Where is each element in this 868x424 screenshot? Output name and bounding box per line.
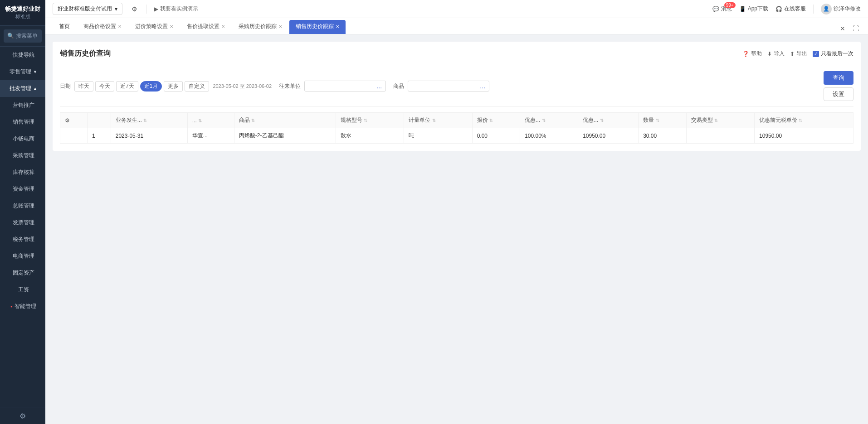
export-link[interactable]: ⬆ 导出 bbox=[790, 50, 807, 58]
sidebar-item-lingshou[interactable]: 零售管理▼ bbox=[0, 63, 45, 80]
sidebar-item-label: 营销推广 bbox=[13, 101, 34, 109]
tab-label: 销售历史价跟踪 bbox=[296, 23, 334, 30]
user-name: 徐泽华修改 bbox=[834, 5, 861, 13]
app-label: App下载 bbox=[748, 5, 768, 13]
sidebar-item-zijin[interactable]: 资金管理 bbox=[0, 181, 45, 198]
col-header-discount2[interactable]: 优惠... ⇅ bbox=[578, 113, 639, 128]
tab-close-icon[interactable]: ✕ bbox=[278, 24, 282, 29]
col-header-product[interactable]: 商品 ⇅ bbox=[234, 113, 336, 128]
sidebar-item-zhineng[interactable]: 智能管理 bbox=[0, 298, 45, 315]
sidebar-item-kucun[interactable]: 库存核算 bbox=[0, 164, 45, 181]
sidebar-bottom: ⚙ bbox=[0, 408, 45, 424]
supplier-filter-label: 往来单位 bbox=[279, 82, 301, 90]
help-label: 帮助 bbox=[751, 50, 762, 58]
tab-close-icon[interactable]: ✕ bbox=[336, 24, 339, 29]
sort-icon: ⇅ bbox=[251, 118, 255, 123]
sidebar-search-button[interactable]: 🔍 搜索菜单 bbox=[4, 29, 42, 43]
user-menu[interactable]: 👤 徐泽华修改 bbox=[821, 4, 861, 14]
sidebar-item-yingxiao[interactable]: 营销推广 bbox=[0, 97, 45, 114]
gear-icon: ⚙ bbox=[20, 412, 26, 420]
sort-icon: ⇅ bbox=[600, 118, 604, 123]
col-header-pretax[interactable]: 优惠前无税单价 ⇅ bbox=[755, 113, 853, 128]
col-header-discount1[interactable]: 优惠... ⇅ bbox=[520, 113, 578, 128]
col-header-tradetype[interactable]: 交易类型 ⇅ bbox=[686, 113, 754, 128]
arrow-icon: ▼ bbox=[33, 69, 38, 74]
tabbar-right: ✕ ⛶ bbox=[838, 23, 861, 34]
sidebar-item-shuiwu[interactable]: 税务管理 bbox=[0, 231, 45, 248]
sidebar-item-label: 税务管理 bbox=[13, 236, 34, 243]
tab-close-icon[interactable]: ✕ bbox=[221, 24, 225, 29]
only-last-checkbox[interactable]: ✓ 只看最后一次 bbox=[813, 50, 853, 58]
date-more-btn[interactable]: 更多 bbox=[164, 81, 183, 92]
sidebar-item-label: 总账管理 bbox=[13, 202, 34, 210]
sidebar-item-pifa[interactable]: 批发管理▲ bbox=[0, 80, 45, 97]
supplier-input[interactable] bbox=[308, 83, 376, 89]
sidebar-item-label: 销售管理 bbox=[13, 118, 34, 126]
topbar: 好业财标准版交付试用 ▾ ⚙ ▶ 我要看实例演示 💬 消息 99+ 📱 App下… bbox=[45, 0, 868, 18]
demo-link[interactable]: ▶ 我要看实例演示 bbox=[154, 5, 198, 13]
sidebar-item-caigou[interactable]: 采购管理 bbox=[0, 147, 45, 164]
only-last-label: 只看最后一次 bbox=[821, 50, 853, 58]
sidebar-settings-button[interactable]: ⚙ bbox=[20, 412, 26, 420]
sort-icon: ⇅ bbox=[489, 118, 493, 123]
online-service-button[interactable]: 🎧 在线客服 bbox=[775, 5, 806, 13]
help-link[interactable]: ❓ 帮助 bbox=[742, 50, 762, 58]
sidebar-item-gongzi[interactable]: 工资 bbox=[0, 281, 45, 298]
tab-shangpin-jiage[interactable]: 商品价格设置✕ bbox=[77, 20, 128, 34]
app-download-button[interactable]: 📱 App下载 bbox=[739, 5, 768, 13]
tab-maximize-button[interactable]: ⛶ bbox=[851, 23, 861, 34]
tab-label: 进价策略设置 bbox=[135, 23, 168, 30]
table-body: 12023-05-31华查...丙烯酸-2-乙基己酯散水吨0.00100.00%… bbox=[60, 128, 853, 144]
product-input[interactable] bbox=[412, 83, 480, 89]
company-selector[interactable]: 好业财标准版交付试用 ▾ bbox=[53, 3, 122, 15]
tab-caigou-lishi[interactable]: 采购历史价跟踪✕ bbox=[232, 20, 288, 34]
cell-quantity: 30.00 bbox=[639, 128, 686, 144]
sort-icon: ⇅ bbox=[364, 118, 367, 123]
query-button[interactable]: 查询 bbox=[824, 71, 853, 85]
cell-pretax: 10950.00 bbox=[755, 128, 853, 144]
sidebar-item-xiaochangec[interactable]: 小畅电商 bbox=[0, 130, 45, 147]
tab-home[interactable]: 首页 bbox=[53, 20, 76, 34]
message-button[interactable]: 💬 消息 99+ bbox=[712, 5, 732, 13]
col-header-spec[interactable]: 规格型号 ⇅ bbox=[336, 113, 404, 128]
tab-close-icon[interactable]: ✕ bbox=[170, 24, 173, 29]
sidebar-item-gudingzichan[interactable]: 固定资产 bbox=[0, 265, 45, 281]
col-header-quantity[interactable]: 数量 ⇅ bbox=[639, 113, 686, 128]
date-today-btn[interactable]: 今天 bbox=[95, 81, 114, 92]
filter-setting-button[interactable]: 设置 bbox=[824, 87, 853, 101]
sidebar-item-xiaoshou[interactable]: 销售管理 bbox=[0, 114, 45, 130]
cell-bizdate: 2023-05-31 bbox=[111, 128, 187, 144]
date-7days-btn[interactable]: 近7天 bbox=[116, 81, 138, 92]
sidebar-item-zongzhang[interactable]: 总账管理 bbox=[0, 198, 45, 214]
sidebar-logo[interactable]: 畅捷通好业财 标准版 bbox=[0, 0, 45, 26]
import-label: 导入 bbox=[774, 50, 785, 58]
sort-icon: ⇅ bbox=[799, 118, 802, 123]
col-header-price[interactable]: 报价 ⇅ bbox=[472, 113, 520, 128]
date-custom-btn[interactable]: 自定义 bbox=[185, 81, 209, 92]
sidebar-item-diansang[interactable]: 电商管理 bbox=[0, 248, 45, 265]
demo-text: 我要看实例演示 bbox=[160, 5, 198, 13]
col-header-bizdate[interactable]: 业务发生... ⇅ bbox=[111, 113, 187, 128]
tab-label: 商品价格设置 bbox=[83, 23, 116, 30]
cell-discount2: 10950.00 bbox=[578, 128, 639, 144]
col-header-unit[interactable]: 计量单位 ⇅ bbox=[404, 113, 472, 128]
supplier-dots-button[interactable]: ... bbox=[376, 82, 382, 90]
tab-close-icon[interactable]: ✕ bbox=[118, 24, 122, 29]
tab-shejia[interactable]: 售价提取设置✕ bbox=[180, 20, 231, 34]
date-yesterday-btn[interactable]: 昨天 bbox=[74, 81, 93, 92]
tab-jinjiace[interactable]: 进价策略设置✕ bbox=[129, 20, 180, 34]
cell-num: 1 bbox=[87, 128, 111, 144]
col-header-more1[interactable]: ... ⇅ bbox=[187, 113, 234, 128]
tab-close-button[interactable]: ✕ bbox=[838, 23, 847, 34]
page-title: 销售历史价查询 bbox=[60, 49, 111, 58]
import-link[interactable]: ⬇ 导入 bbox=[767, 50, 785, 58]
product-dots-button[interactable]: ... bbox=[480, 82, 485, 90]
tab-xiaoshou-lishi[interactable]: 销售历史价跟踪✕ bbox=[289, 20, 346, 34]
cell-product: 丙烯酸-2-乙基己酯 bbox=[234, 128, 336, 144]
topbar-config-button[interactable]: ⚙ bbox=[130, 4, 139, 14]
sort-icon: ⇅ bbox=[714, 118, 718, 123]
date-1month-btn[interactable]: 近1月 bbox=[140, 81, 162, 92]
sidebar-item-kuaijie[interactable]: 快捷导航 bbox=[0, 47, 45, 63]
table-row: 12023-05-31华查...丙烯酸-2-乙基己酯散水吨0.00100.00%… bbox=[60, 128, 853, 144]
sidebar-item-fapiao[interactable]: 发票管理 bbox=[0, 214, 45, 231]
